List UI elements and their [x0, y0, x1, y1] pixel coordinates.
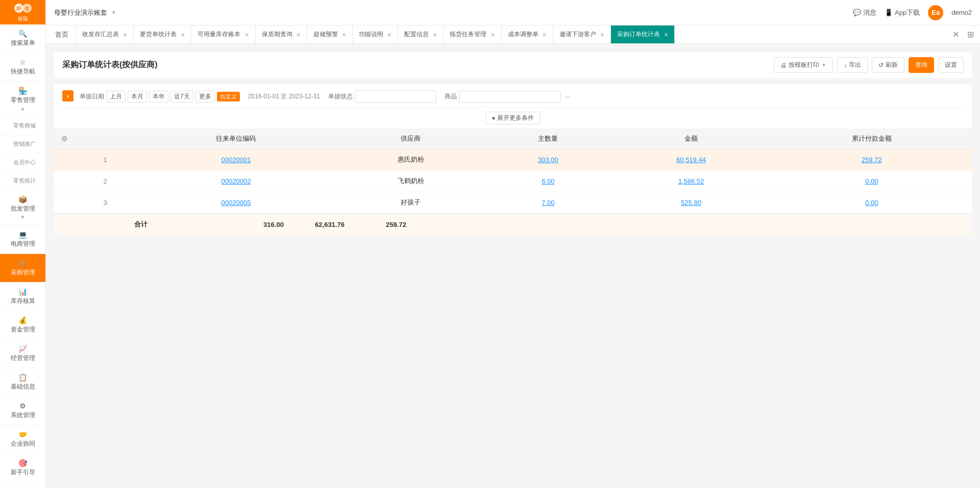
tab-close-overstock[interactable]: × — [342, 31, 346, 38]
wholesale-icon: 📦 — [18, 195, 27, 203]
sidebar-item-system[interactable]: ⚙ 系统管理 — [0, 397, 45, 425]
workspace-dropdown-icon[interactable]: ▼ — [111, 10, 116, 15]
btn-more-dates[interactable]: 更多 — [195, 91, 215, 102]
sidebar-item-search[interactable]: 🔍 搜索菜单 — [0, 24, 45, 53]
tab-close-config[interactable]: × — [433, 31, 437, 38]
user-name[interactable]: demo2 — [951, 9, 972, 16]
tab-close-function-desc[interactable]: × — [387, 31, 391, 38]
messages-btn[interactable]: 💬 消息 — [853, 8, 876, 17]
tab-close-available-inventory[interactable]: × — [244, 31, 249, 38]
tab-window-maximize[interactable]: ⊞ — [963, 30, 978, 39]
retail-stats-label: 零售统计 — [13, 177, 36, 185]
expand-conditions-btn[interactable]: ▾ 展开更多条件 — [485, 112, 541, 124]
row2-amount[interactable]: 1,586.52 — [611, 170, 772, 192]
tab-window-close[interactable]: ✕ — [948, 30, 963, 39]
query-btn[interactable]: 查询 — [909, 57, 934, 73]
btn-this-month[interactable]: 本月 — [128, 91, 147, 102]
column-settings-icon[interactable]: ⚙ — [61, 135, 68, 143]
sidebar-item-inventory[interactable]: 📊 库存核算 — [0, 282, 45, 311]
tab-stock-summary-label: 收发存汇总表 — [82, 30, 119, 39]
tab-close-pick-task[interactable]: × — [491, 31, 495, 38]
btn-7days[interactable]: 近7天 — [170, 91, 193, 102]
row1-amount[interactable]: 60,519.44 — [611, 149, 772, 170]
sidebar-item-basics[interactable]: 📋 基础信息 — [0, 368, 45, 397]
btn-this-year[interactable]: 本年 — [149, 91, 168, 102]
row3-paid[interactable]: 0.00 — [771, 192, 972, 213]
tab-expiry[interactable]: 保质期查询 × — [256, 25, 307, 44]
row1-code[interactable]: 00020001 — [136, 149, 336, 170]
tab-order-stats[interactable]: 要货单统计表 × — [134, 25, 191, 44]
row3-quantity[interactable]: 7.00 — [485, 192, 610, 213]
download-label: App下载 — [895, 8, 920, 17]
sidebar-item-appcenter[interactable]: ⊞ 应用中心 — [0, 482, 45, 488]
tab-close-cost-adjust[interactable]: × — [543, 31, 547, 38]
print-btn[interactable]: 🖨 按模板打印 ▼ — [774, 57, 833, 73]
th-amount: 金额 — [611, 129, 772, 149]
sidebar-item-wholesale[interactable]: 📦 批发管理 ▼ — [0, 190, 45, 225]
sidebar-shortcut-label: 快捷导航 — [11, 67, 35, 76]
filter-section: › 单据日期 上月 本月 本年 近7天 更多 自定义 2016-01-01 — [54, 84, 972, 129]
ecommerce-icon: 💻 — [18, 230, 27, 239]
footer-quantity: 316.00 — [248, 221, 299, 228]
tab-cost-adjust[interactable]: 成本调整单 × — [502, 25, 553, 44]
sidebar-item-members[interactable]: 会员中心 — [0, 153, 45, 172]
tab-close-stock-summary[interactable]: × — [123, 31, 127, 38]
th-quantity-label: 主数量 — [538, 135, 558, 142]
tab-pick-task[interactable]: 拣货任务管理 × — [444, 25, 501, 44]
row2-index: 2 — [75, 170, 136, 192]
purchase-icon: 🛒 — [18, 259, 27, 267]
row2-quantity[interactable]: 6.00 — [485, 170, 610, 192]
tab-close-expiry[interactable]: × — [297, 31, 301, 38]
retail-shop-label: 零售商城 — [13, 122, 36, 130]
sidebar-item-finance[interactable]: 💰 资金管理 — [0, 311, 45, 340]
tab-close-purchase-order-stats[interactable]: × — [664, 31, 668, 38]
row1-quantity[interactable]: 303.00 — [485, 149, 610, 170]
filter-toggle-btn[interactable]: › — [62, 90, 74, 101]
row2-paid[interactable]: 0.00 — [771, 170, 972, 192]
tab-available-inventory[interactable]: 可用量库存账本 × — [191, 25, 255, 44]
avatar[interactable]: Ea — [928, 5, 943, 20]
tab-invite-customer[interactable]: 邀请下游客户 × — [553, 25, 611, 44]
th-amount-label: 金额 — [684, 135, 698, 142]
sidebar-item-retail-shop[interactable]: 零售商城 — [0, 117, 45, 135]
custom-date-badge[interactable]: 自定义 — [217, 92, 240, 101]
refresh-btn[interactable]: ↺ 刷新 — [872, 57, 904, 73]
finance-icon: 💰 — [18, 316, 27, 324]
tab-purchase-order-stats-label: 采购订单统计表 — [617, 30, 660, 39]
tab-stock-summary[interactable]: 收发存汇总表 × — [76, 25, 134, 44]
app-download-btn[interactable]: 📱 App下载 — [885, 8, 920, 17]
row3-amount[interactable]: 525.80 — [611, 192, 772, 213]
status-select[interactable] — [355, 90, 436, 103]
sidebar-item-operations[interactable]: 📈 经营管理 — [0, 340, 45, 368]
row2-code[interactable]: 00020002 — [136, 170, 336, 192]
goods-input[interactable] — [459, 91, 561, 103]
tab-close-order-stats[interactable]: × — [181, 31, 185, 38]
sidebar-item-retail[interactable]: 🏪 零售管理 ▲ — [0, 82, 45, 117]
more-options-icon[interactable]: ··· — [565, 93, 570, 100]
btn-last-month[interactable]: 上月 — [106, 91, 126, 102]
sidebar-item-shortcut[interactable]: ☆ 快捷导航 — [0, 53, 45, 82]
tab-function-desc-label: 功能说明 — [359, 30, 383, 39]
print-icon: 🖨 — [780, 62, 787, 69]
tab-close-invite-customer[interactable]: × — [600, 31, 604, 38]
sidebar-item-collab[interactable]: 🤝 企业协同 — [0, 425, 45, 454]
tab-home[interactable]: 首页 — [48, 25, 76, 44]
export-btn[interactable]: ↓ 导出 — [837, 57, 868, 73]
sidebar-item-marketing[interactable]: 营销推广 — [0, 135, 45, 153]
settings-btn[interactable]: 设置 — [938, 57, 964, 73]
date-range: 2016-01-01 至 2023-12-31 — [248, 92, 320, 101]
tab-pick-task-label: 拣货任务管理 — [450, 30, 486, 39]
row1-paid[interactable]: 259.72 — [771, 149, 972, 170]
sidebar-item-guide[interactable]: 🎯 新手引导 — [0, 454, 45, 482]
sidebar-item-purchase[interactable]: 🛒 采购管理 — [0, 254, 45, 282]
row3-code[interactable]: 00020005 — [136, 192, 336, 213]
guide-label: 新手引导 — [11, 468, 35, 477]
tab-overstock[interactable]: 超储预警 × — [307, 25, 353, 44]
table-container: ⚙ 往来单位编码 供应商 主数量 — [54, 129, 972, 235]
tab-function-desc[interactable]: 功能说明 × — [353, 25, 398, 44]
sidebar-item-retail-stats[interactable]: 零售统计 — [0, 172, 45, 190]
tab-purchase-order-stats[interactable]: 采购订单统计表 × — [611, 25, 675, 44]
avatar-text: Ea — [932, 9, 940, 16]
sidebar-item-ecommerce[interactable]: 💻 电商管理 — [0, 225, 45, 254]
tab-config[interactable]: 配置信息 × — [398, 25, 444, 44]
